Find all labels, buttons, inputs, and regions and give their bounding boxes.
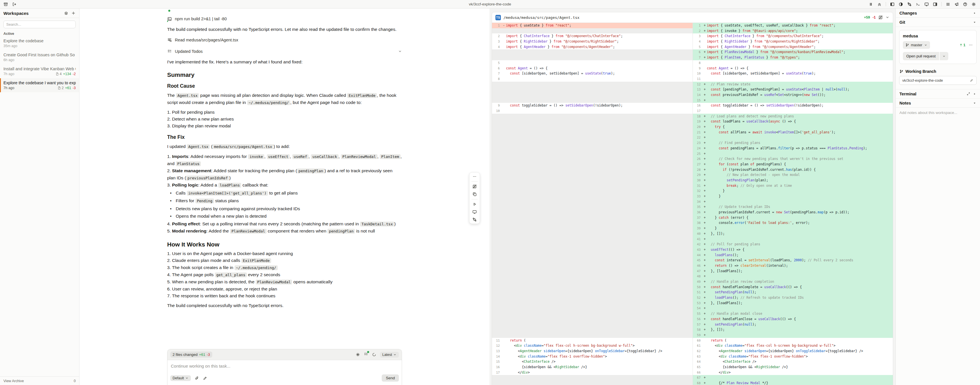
notes-section-header[interactable]: Notes <box>896 99 980 108</box>
workspace-item[interactable]: Explore the codebase35m ago <box>0 36 79 50</box>
diff-row: 36+ previousPlanIdsRef.current = new Set… <box>492 210 893 215</box>
collapse-file-icon[interactable] <box>885 16 889 19</box>
changes-section-header[interactable]: Changes <box>896 9 980 18</box>
inline-code: ~/.medusa/pending/ <box>247 100 290 105</box>
send-button[interactable]: Send <box>382 374 399 382</box>
assistant-paragraph: I've implemented the fix. Here's a summa… <box>167 59 402 65</box>
message-input[interactable] <box>167 360 402 373</box>
display-icon[interactable] <box>472 210 477 214</box>
diff-line-new: 43+ useEffect(() => { <box>692 247 893 253</box>
diff-row: 56+ const handlePlanClose = useCallback(… <box>492 317 893 322</box>
git-compare-icon[interactable] <box>472 217 477 222</box>
view-archive-link[interactable]: View Archive <box>3 379 24 383</box>
diff-row: 1-import { useState } from "react";1+imp… <box>492 23 893 28</box>
panel-left-icon[interactable] <box>890 2 894 6</box>
files-changed-chip[interactable]: 2 files changed +61 -3 <box>170 352 212 358</box>
workspace-item[interactable]: Install and integrate Vibe Kanban Web C7… <box>0 64 79 78</box>
diff-line-new: 29+ // New plan detected - open the moda… <box>692 172 893 178</box>
diff-line-old: 4import { AgentHeader } from "@/componen… <box>492 44 692 50</box>
model-dropdown[interactable]: Default <box>170 375 191 381</box>
tool-call-row[interactable]: Updated Todos <box>167 47 402 56</box>
diff-line-new: 23+ // Find pending plans <box>692 140 893 146</box>
diff-line-old <box>492 162 692 167</box>
list-item: 2.Claude enters plan mode and calls Exit… <box>167 257 402 264</box>
git-branch-icon <box>899 69 904 73</box>
annotate-button[interactable] <box>203 376 207 380</box>
diff-row: 27+ for (const plan of pendingPlans) { <box>492 162 893 167</box>
diff-line-old <box>492 114 692 119</box>
drag-handle-icon[interactable] <box>472 174 477 179</box>
bullet-item: •Opens the modal when a new plan is dete… <box>167 213 402 220</box>
diff-row: 6const Agent = () => {9const Agent = () … <box>492 66 893 71</box>
ahead-count: 1 <box>963 43 966 47</box>
inline-code: get_all_plans <box>215 272 247 277</box>
workspace-item[interactable]: Explore the codebase I want you to exp7h… <box>0 78 79 92</box>
sparkle-icon[interactable] <box>356 352 360 357</box>
inline-code: loadPlans <box>218 183 241 188</box>
diff-line-old: 11 return ( <box>492 338 692 343</box>
chevron-down-icon[interactable] <box>398 49 402 53</box>
megaphone-icon[interactable] <box>954 2 959 6</box>
success-dot <box>167 20 168 22</box>
tool-call-label: Updated Todos <box>175 49 202 54</box>
open-pull-request-button[interactable]: Open pull request <box>903 52 939 60</box>
workspace-item[interactable]: Create Good First Issues on Github So p6… <box>0 50 79 64</box>
diff-line-old <box>492 242 692 247</box>
layers-icon[interactable] <box>64 11 68 16</box>
toggle-wrap-icon[interactable] <box>878 15 883 20</box>
play-icon[interactable] <box>472 202 477 207</box>
branch-selector[interactable]: master <box>903 41 930 49</box>
panel-right-icon[interactable] <box>933 2 937 6</box>
inline-code: ~/.medusa/pending/ <box>235 265 278 270</box>
diff-line-old <box>492 124 692 130</box>
app-window: vk/3ccf-explore-the-code Workspaces Acti… <box>0 0 980 385</box>
diff-row: 22+ <box>492 135 893 140</box>
repo-more-menu[interactable] <box>969 43 973 47</box>
display-icon[interactable] <box>924 2 929 6</box>
diff-line-old <box>492 375 692 380</box>
collapse-icon[interactable] <box>877 2 882 6</box>
workspace-search-input[interactable] <box>3 21 76 28</box>
terminal-icon[interactable] <box>916 2 920 6</box>
git-section-header[interactable]: Git <box>896 18 980 27</box>
diff-line-old <box>492 285 692 290</box>
workspaces-title: Workspaces <box>3 11 29 16</box>
tool-call-row[interactable]: npm run build 2>&1 | tail -80 <box>167 14 402 23</box>
diff-row: 54+ <box>492 305 893 311</box>
diff-line-new: 42+ // Poll for pending plans <box>692 242 893 247</box>
nowrap-icon[interactable] <box>472 184 477 189</box>
archive-icon[interactable] <box>3 2 8 6</box>
tool-call-row[interactable]: Read medusa/src/pages/Agent.tsx <box>167 36 402 44</box>
working-branch-input[interactable]: vk/3ccf-explore-the-code <box>899 76 977 85</box>
sign-out-icon[interactable] <box>12 2 17 6</box>
pause-icon[interactable] <box>869 2 873 6</box>
diff-file-path: /medusa/medusa/src/pages/Agent.tsx <box>503 16 579 20</box>
menu-icon[interactable] <box>946 2 950 6</box>
terminal-section-header[interactable]: Terminal <box>896 89 980 99</box>
copy-icon[interactable] <box>472 192 477 197</box>
edit-branch-icon[interactable] <box>970 78 974 82</box>
notes-placeholder[interactable]: Add notes about this workspace... <box>896 108 980 118</box>
add-workspace-button[interactable] <box>71 11 76 16</box>
diff-line-new: 53+ }, [loadPlans]); <box>692 301 893 306</box>
git-compare-icon[interactable] <box>907 2 912 6</box>
diff-line-new: 15+ <box>692 98 893 103</box>
diff-line-new: 48+ <box>692 274 893 279</box>
diff-line-new: 3import { ChatInterface } from "@/compon… <box>692 33 893 39</box>
arrow-up-icon <box>959 43 963 47</box>
theme-icon[interactable] <box>899 2 903 6</box>
attach-file-button[interactable] <box>194 376 199 380</box>
list-item: 5.When a new pending plan is detected, t… <box>167 278 402 286</box>
pull-request-options-button[interactable] <box>940 52 948 60</box>
workspace-time: 7h ago <box>3 86 14 90</box>
help-icon[interactable] <box>963 2 967 6</box>
expand-terminal-icon[interactable] <box>967 92 970 95</box>
notes-title: Notes <box>899 101 911 105</box>
chevron-down-icon <box>185 376 189 380</box>
settings-icon[interactable] <box>971 2 976 6</box>
inline-code: ExitPlanMode <box>347 93 377 98</box>
latest-dropdown[interactable]: Latest <box>380 352 399 358</box>
todos-status-icon[interactable] <box>364 352 368 358</box>
todos-green-dot <box>367 351 369 353</box>
diff-line-new: 35+ // Update tracked plan IDs <box>692 204 893 210</box>
